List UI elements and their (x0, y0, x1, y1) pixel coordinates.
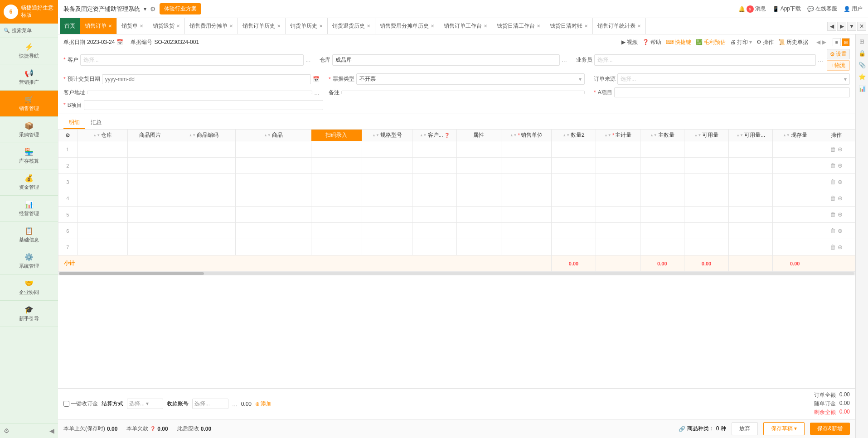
account-select[interactable]: 选择... (192, 399, 228, 409)
tab-goods-history[interactable]: 销货单历史 ✕ (286, 18, 328, 34)
th-main-qty[interactable]: ▲▼主数量 (640, 130, 684, 141)
system-dropdown[interactable]: ▾ (144, 6, 146, 12)
sidebar-item-finance[interactable]: 💰 资金管理 (0, 169, 58, 196)
sidebar-item-enterprise[interactable]: 🤝 企业协同 (0, 274, 58, 301)
save-draft-btn[interactable]: 保存草稿 ▾ (763, 422, 805, 435)
delete-row-icon[interactable]: 🗑 (830, 227, 836, 234)
tab-cash-reconcile[interactable]: 钱货日清对账 ✕ (545, 18, 593, 34)
delete-row-icon[interactable]: 🗑 (830, 146, 836, 153)
copy-row-icon[interactable]: ⊕ (838, 211, 843, 218)
tab-prev-btn[interactable]: ◀ (827, 22, 836, 31)
settings-side-btn[interactable]: ⚙ 设置 (827, 49, 850, 59)
order-source-select[interactable]: 选择... ▾ (617, 73, 850, 85)
tab-more-btn[interactable]: ▼ (847, 22, 856, 31)
online-service-item[interactable]: 💬 在线客服 (807, 5, 837, 13)
warehouse-dots-btn[interactable]: ... (562, 56, 567, 63)
th-code[interactable]: ▲▼商品编码 (172, 130, 236, 141)
sidebar-item-inventory[interactable]: 🏪 库存核算 (0, 143, 58, 169)
th-goods[interactable]: ▲▼商品 (235, 130, 311, 141)
sidebar-item-marketing[interactable]: 📢 营销推广 (0, 64, 58, 91)
customer-dots-btn[interactable]: ... (305, 56, 311, 63)
tab-detail[interactable]: 明细 (63, 117, 85, 129)
delivery-calendar-icon[interactable]: 📅 (313, 76, 320, 82)
th-customer-code[interactable]: ▲▼客户...❓ (412, 130, 457, 141)
app-download-item[interactable]: 📱 App下载 (772, 5, 801, 13)
delete-row-icon[interactable]: 🗑 (830, 162, 836, 169)
copy-row-icon[interactable]: ⊕ (838, 227, 843, 234)
th-main-unit[interactable]: ▲▼*主计量 (596, 130, 640, 141)
th-warehouse[interactable]: ▲▼仓库 (77, 130, 128, 141)
operations-btn[interactable]: ⚙ 操作 (756, 39, 774, 46)
tab-order-workbench[interactable]: 销售订单工作台 ✕ (439, 18, 492, 34)
sidebar-item-purchase[interactable]: 📦 采购管理 (0, 117, 58, 143)
tab-close-icon[interactable]: ✕ (537, 24, 540, 29)
address-dots-btn[interactable]: ... (314, 89, 320, 96)
tab-close-icon[interactable]: ✕ (637, 24, 641, 29)
sidebar-item-guide[interactable]: 🎓 新手引导 (0, 301, 58, 327)
tab-close-icon[interactable]: ✕ (484, 24, 487, 29)
copy-row-icon[interactable]: ⊕ (838, 162, 843, 169)
tab-close-icon[interactable]: ✕ (108, 24, 112, 29)
copy-row-icon[interactable]: ⊕ (838, 146, 843, 153)
th-qty2[interactable]: ▲▼数量2 (552, 130, 596, 141)
right-panel-btn-3[interactable]: 📎 (857, 60, 867, 70)
topbar-gear-icon[interactable]: ⚙ (150, 5, 156, 13)
horizontal-scrollbar[interactable] (58, 272, 855, 275)
next-nav-icon[interactable]: ▶ (822, 39, 826, 45)
sidebar-item-base[interactable]: 📋 基础信息 (0, 222, 58, 248)
tab-next-btn[interactable]: ▶ (837, 22, 846, 31)
help-btn[interactable]: ❓ 帮助 (642, 39, 661, 46)
tab-close-icon[interactable]: ✕ (140, 24, 143, 29)
invoice-type-select[interactable]: 不开票 ▾ (356, 73, 585, 85)
tab-sales-goods[interactable]: 销货单 ✕ (117, 18, 148, 34)
add-logistics-btn[interactable]: +物流 (827, 60, 850, 71)
tab-sales-return[interactable]: 销货退货 ✕ (148, 18, 185, 34)
warehouse-input[interactable]: 成品库 (332, 54, 560, 66)
user-item[interactable]: 👤 用户 (844, 5, 863, 13)
tab-close-icon[interactable]: ✕ (584, 24, 588, 29)
industry-btn[interactable]: 体验行业方案 (160, 3, 201, 14)
tab-expense-history[interactable]: 销售费用分摊单历史 ✕ (375, 18, 439, 34)
right-panel-btn-4[interactable]: ⭐ (857, 72, 867, 82)
tab-sales-expense[interactable]: 销售费用分摊单 ✕ (185, 18, 238, 34)
delete-row-icon[interactable]: 🗑 (830, 244, 836, 250)
th-spec[interactable]: ▲▼规格型号 (362, 130, 412, 141)
goods-count-link[interactable]: 🔗 商品种类： 0 种 (679, 425, 726, 433)
copy-row-icon[interactable]: ⊕ (838, 244, 843, 250)
tab-order-history[interactable]: 销售订单历史 ✕ (238, 18, 286, 34)
sidebar-item-system[interactable]: ⚙️ 系统管理 (0, 248, 58, 274)
th-stock[interactable]: ▲▼现存量 (773, 130, 817, 141)
prev-nav-icon[interactable]: ◀ (816, 39, 820, 45)
tab-return-history[interactable]: 销货退货历史 ✕ (328, 18, 375, 34)
tab-close-icon[interactable]: ✕ (431, 24, 434, 29)
th-scan[interactable]: 扫码录入 (311, 130, 362, 141)
preview-btn[interactable]: ▶ 视频 (621, 39, 638, 46)
payment-method-select[interactable]: 选择... ▾ (127, 399, 163, 409)
th-available2[interactable]: ▲▼可用量... (728, 130, 773, 141)
th-unit[interactable]: ▲▼*销售单位 (501, 130, 552, 141)
tab-close-icon[interactable]: ✕ (277, 24, 281, 29)
collapse-icon[interactable]: ◀ (49, 427, 54, 434)
notification-item[interactable]: 🔔 9 9 消息 (738, 5, 766, 13)
copy-row-icon[interactable]: ⊕ (838, 178, 843, 185)
sidebar-search[interactable]: 🔍 搜索菜单 (0, 24, 58, 38)
sidebar-item-sales[interactable]: 🛒 销售管理 (0, 91, 58, 117)
tab-close-all-btn[interactable]: ✕ (857, 22, 866, 31)
remark-input[interactable] (341, 91, 585, 94)
sidebar-item-quick[interactable]: ⚡ 快捷导航 (0, 38, 58, 64)
tab-sales-order[interactable]: 销售订单 ✕ (80, 18, 117, 34)
delete-row-icon[interactable]: 🗑 (830, 195, 836, 202)
th-gear[interactable]: ⚙ (58, 130, 78, 141)
add-payment-btn[interactable]: ⊕ 添加 (255, 400, 272, 408)
shortcut-btn[interactable]: ⌨ 快捷键 (666, 39, 691, 46)
tab-close-icon[interactable]: ✕ (176, 24, 180, 29)
salesperson-dots-btn[interactable]: ... (818, 56, 823, 63)
account-dots[interactable]: ... (232, 400, 238, 408)
salesperson-input[interactable]: 选择... (594, 54, 816, 66)
tab-cash-workbench[interactable]: 钱货日清工作台 ✕ (492, 18, 545, 34)
th-available[interactable]: ▲▼可用量 (684, 130, 729, 141)
a-project-input[interactable] (614, 87, 850, 97)
settings-bottom-icon[interactable]: ⚙ (4, 427, 10, 434)
right-panel-btn-5[interactable]: 📊 (857, 83, 867, 93)
tab-summary[interactable]: 汇总 (85, 117, 107, 129)
